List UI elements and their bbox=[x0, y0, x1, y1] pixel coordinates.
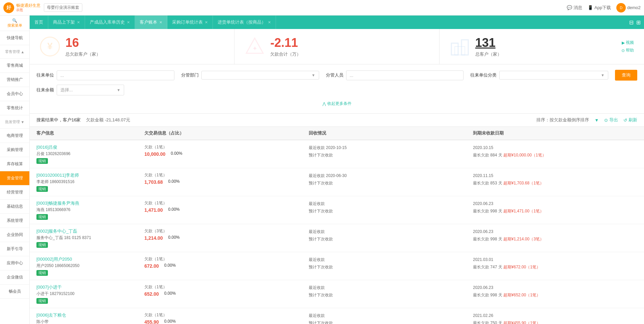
filter-dept: 分管部门 ▼ bbox=[181, 71, 319, 80]
debt-cell-2: 欠款（1笔） 1,471.00 0.00% bbox=[144, 200, 309, 213]
filter-manager: 分管人员 ... bbox=[326, 70, 464, 80]
overdue-link-4[interactable]: 超期¥672.00（1笔） bbox=[503, 265, 540, 269]
table-row: [0006]去下粮仓 陈小带 现销 欠款（1笔） 455.90 0.00% 最近… bbox=[30, 308, 644, 324]
collection-cell-0: 最近收款 2020-10-15 预计下次收款 bbox=[309, 144, 473, 159]
brand-name[interactable]: 母婴行业演示账套 bbox=[44, 3, 82, 12]
debt-amount-2: 1,471.00 bbox=[144, 207, 163, 213]
tab-close-btn[interactable]: ✕ bbox=[268, 20, 271, 25]
debt-customers-icon: ¥ bbox=[40, 36, 60, 57]
tab-close-btn[interactable]: ✕ bbox=[127, 20, 130, 25]
total-customers-label: 总客户（家） bbox=[475, 51, 502, 57]
sidebar-item-quick-nav[interactable]: 快捷导航 bbox=[0, 31, 29, 45]
sidebar-item-inventory[interactable]: 库存核算 bbox=[0, 157, 29, 171]
refresh-btn[interactable]: ↺ 刷新 bbox=[623, 117, 637, 123]
tab-close-btn[interactable]: ✕ bbox=[205, 20, 208, 25]
customer-link-0[interactable]: [0016]吕俊 bbox=[36, 145, 57, 150]
debt-row-0: 10,000.00 0.00% bbox=[144, 150, 309, 157]
user-menu[interactable]: D demo2 bbox=[616, 3, 641, 12]
top-bar: 好 畅捷通好生意 示范 母婴行业演示账套 💬 消息 📱 App下载 D demo… bbox=[0, 0, 644, 16]
sidebar-item-operations[interactable]: 经营管理 bbox=[0, 185, 29, 200]
filter-row-2: 往来余额 选择... ▼ bbox=[36, 85, 637, 95]
sidebar-item-purchase[interactable]: 采购管理 bbox=[0, 143, 29, 157]
debt-customers-label: 总欠款客户（家） bbox=[65, 51, 101, 57]
tab-product-listing[interactable]: 商品上下架 ✕ bbox=[48, 16, 85, 29]
debt-row-3: 1,214.00 0.00% bbox=[144, 234, 309, 241]
tab-customer-ledger[interactable]: 客户账本 ✕ bbox=[135, 16, 167, 29]
debt-cell-4: 欠款（1笔） 672.00 0.00% bbox=[144, 256, 309, 269]
export-btn[interactable]: ⊙ 导出 bbox=[604, 117, 618, 123]
customer-tag-4: 现销 bbox=[36, 270, 48, 276]
dept-select[interactable]: ▼ bbox=[201, 71, 319, 80]
sidebar-item-guide[interactable]: 新手引导 bbox=[0, 242, 29, 256]
sidebar-item-member[interactable]: 会员中心 bbox=[0, 87, 29, 101]
customer-link-5[interactable]: [0007]小进干 bbox=[36, 285, 62, 290]
tab-maximize-btn[interactable]: ⊞ bbox=[636, 19, 641, 26]
video-link[interactable]: ▶ 视频 bbox=[622, 40, 634, 46]
tab-home[interactable]: 首页 bbox=[30, 16, 48, 29]
sidebar-item-member2[interactable]: 畅会员 bbox=[0, 285, 29, 299]
search-button[interactable]: 查询 bbox=[615, 70, 637, 81]
customer-link-4[interactable]: [000002]用户2050 bbox=[36, 257, 72, 262]
sidebar-item-retail[interactable]: 零售管理 ▲ bbox=[0, 45, 29, 59]
sidebar-item-basic-info[interactable]: 基础信息 bbox=[0, 200, 29, 214]
overdue-link-6[interactable]: 超期¥455.90（1笔） bbox=[503, 321, 540, 324]
tab-minimize-btn[interactable]: ⊟ bbox=[629, 19, 634, 26]
overdue-cell-1: 2020.11.15 最长欠款 853 天 超期¥1,703.68（1笔） bbox=[473, 172, 637, 187]
customer-link-1[interactable]: [00010200011]李老师 bbox=[36, 173, 79, 178]
chevron-down-icon: ▼ bbox=[21, 120, 25, 124]
customer-link-3[interactable]: [0002]服务中心_丁磊 bbox=[36, 229, 77, 234]
tab-close-btn[interactable]: ✕ bbox=[159, 20, 162, 25]
sidebar-item-finance[interactable]: 资金管理 bbox=[0, 171, 29, 185]
message-btn[interactable]: 💬 消息 bbox=[567, 5, 582, 11]
customer-cell-5: [0007]小进干 小进干 18279152100 现销 bbox=[36, 284, 144, 304]
app-download-btn[interactable]: 📱 App下载 bbox=[588, 5, 611, 11]
from-unit-input[interactable]: ... bbox=[57, 70, 174, 80]
collapse-btn[interactable]: ⋀ 收起更多条件 bbox=[36, 99, 637, 108]
customer-tag-1: 现销 bbox=[36, 186, 48, 192]
overdue-link-5[interactable]: 超期¥652.00（1笔） bbox=[503, 293, 540, 297]
sidebar-item-apps[interactable]: 应用中心 bbox=[0, 256, 29, 270]
debt-total-info: -2.11 欠款合计（万） bbox=[270, 36, 301, 57]
help-link[interactable]: ⊙ 帮助 bbox=[621, 48, 634, 53]
customer-link-6[interactable]: [0006]去下粮仓 bbox=[36, 313, 66, 318]
total-customers-icon bbox=[450, 36, 470, 57]
dept-label: 分管部门 bbox=[181, 72, 199, 78]
result-bar: 搜索结果中，客户16家 欠款金额 -21,148.07元 排序：按欠款金额倒序排… bbox=[30, 114, 644, 127]
overdue-cell-3: 2020.06.23 最长欠款 998 天 超期¥1,214.00（3笔） bbox=[473, 228, 637, 243]
svg-text:✦: ✦ bbox=[252, 45, 257, 52]
overdue-link-0[interactable]: 超期¥10,000.00（1笔） bbox=[503, 153, 546, 157]
unit-class-select[interactable]: ▼ bbox=[499, 71, 608, 80]
overdue-link-2[interactable]: 超期¥1,471.00（1笔） bbox=[503, 209, 544, 213]
overdue-link-1[interactable]: 超期¥1,703.68（1笔） bbox=[503, 181, 544, 185]
sidebar-item-wechat[interactable]: 企业微信 bbox=[0, 270, 29, 285]
tab-close-btn[interactable]: ✕ bbox=[77, 20, 80, 25]
tab-product-history[interactable]: 产成品入库单历史 ✕ bbox=[85, 16, 135, 29]
sidebar-item-system[interactable]: 系统管理 bbox=[0, 214, 29, 228]
manager-label: 分管人员 bbox=[326, 72, 343, 78]
balance-label: 往来余额 bbox=[36, 87, 54, 93]
sidebar-item-wholesale[interactable]: 批发管理 ▼ bbox=[0, 115, 29, 129]
col-due-date: 到期未收款日期 bbox=[473, 130, 637, 136]
export-icon: ⊙ bbox=[604, 118, 608, 123]
tab-actions: ⊟ ⊞ bbox=[626, 19, 644, 26]
content-area: ¥ 16 总欠款客户（家） ✦ bbox=[30, 29, 644, 324]
collection-cell-3: 最近收款 预计下次收款 bbox=[309, 228, 473, 243]
customer-link-2[interactable]: [0003]畅捷服务尹海燕 bbox=[36, 201, 79, 206]
debt-percent-5: 0.00% bbox=[164, 291, 176, 296]
collection-cell-4: 最近收款 预计下次收款 bbox=[309, 256, 473, 271]
overdue-link-3[interactable]: 超期¥1,214.00（3笔） bbox=[503, 237, 544, 241]
debt-cell-5: 欠款（1笔） 652.00 0.00% bbox=[144, 284, 309, 297]
sidebar-item-enterprise[interactable]: 企业协同 bbox=[0, 228, 29, 242]
balance-select[interactable]: 选择... ▼ bbox=[57, 85, 124, 95]
sidebar-item-retail-mall[interactable]: 零售商城 bbox=[0, 59, 29, 73]
sidebar-search[interactable]: 🔍 搜索菜单 bbox=[0, 16, 29, 31]
sidebar-item-marketing[interactable]: 营销推广 bbox=[0, 73, 29, 87]
sidebar-item-retail-stats[interactable]: 零售统计 bbox=[0, 101, 29, 115]
debt-percent-4: 0.00% bbox=[164, 263, 176, 268]
debt-label-6: 欠款（1笔） bbox=[144, 312, 309, 318]
debt-cell-6: 欠款（1笔） 455.90 0.00% bbox=[144, 312, 309, 324]
tab-purchase-product-stats[interactable]: 进货单统计表（按商品） ✕ bbox=[213, 16, 276, 29]
tab-purchase-stats[interactable]: 采购订单统计表 ✕ bbox=[167, 16, 213, 29]
sidebar-item-ecommerce[interactable]: 电商管理 bbox=[0, 129, 29, 143]
manager-input[interactable]: ... bbox=[346, 70, 464, 80]
